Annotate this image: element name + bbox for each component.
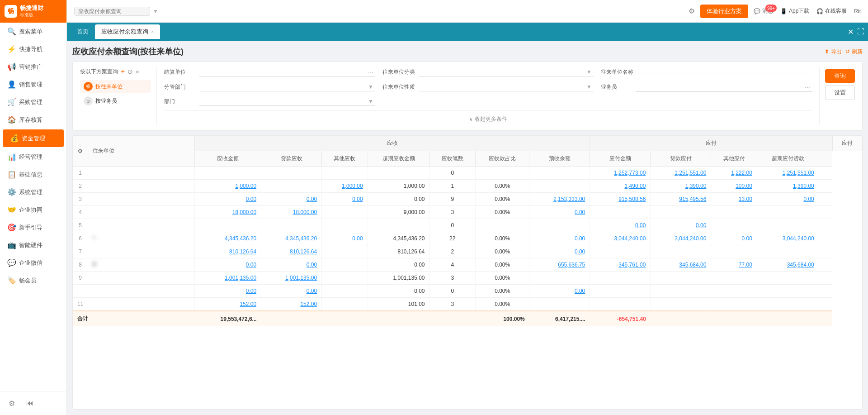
row-ap-amount[interactable]: 915,508.56 [590,193,651,206]
row-ap-overdue[interactable] [757,206,819,219]
row-ap-amount[interactable] [590,206,651,219]
row-ap-amount[interactable] [590,272,651,285]
sidebar-item-quick[interactable]: ⚡ 快捷导航 [0,40,66,58]
unit-category-input[interactable]: ▼ [419,68,594,76]
row-ar-other[interactable] [322,167,368,180]
row-ap-loan[interactable] [651,206,711,219]
row-ar-other[interactable] [322,298,368,311]
row-ar-prepaid[interactable]: 0.00 [529,232,590,245]
row-ap-other[interactable] [711,219,757,232]
row-ar-amount[interactable]: 0.00 [194,258,261,272]
row-ap-loan[interactable]: 915,495.56 [651,193,711,206]
tab-ar-ap[interactable]: 应收应付余额查询 × [95,24,160,39]
row-ar-amount[interactable]: 0.00 [194,193,261,206]
row-ap-other[interactable]: 13.00 [711,193,757,206]
row-ar-other[interactable] [322,258,368,272]
row-ap-amount[interactable]: 0.00 [590,219,651,232]
row-ar-prepaid[interactable]: 0.00 [529,285,590,298]
sidebar-item-sales[interactable]: 👤 销售管理 [0,76,66,93]
row-ap-amount[interactable]: 345,761.00 [590,258,651,272]
sidebar-item-management[interactable]: 📊 经营管理 [0,148,66,166]
row-ap-loan[interactable]: 3,044,240.00 [651,232,711,245]
total-ar-prepaid[interactable]: 6,417,215.... [529,311,590,326]
unit-nature-input[interactable]: ▼ [419,83,594,91]
salesman-input[interactable]: ··· [636,82,812,92]
query-button[interactable]: 查询 [825,69,855,83]
row-ap-loan[interactable] [651,298,711,311]
export-button[interactable]: ⬆ 导出 [825,48,842,56]
row-ap-loan[interactable] [651,245,711,258]
sidebar-item-guide[interactable]: 🎯 新手引导 [0,219,66,236]
tab-close-window-icon[interactable]: ✕ [848,28,854,36]
row-ar-prepaid[interactable]: 2,153,333.00 [529,193,590,206]
sidebar-item-inventory[interactable]: 🏠 库存核算 [0,111,66,129]
row-ap-overdue[interactable] [757,272,819,285]
row-ar-loan[interactable]: 152.00 [261,298,322,311]
settings-col-header[interactable]: ⚙ [73,136,88,167]
row-ap-amount[interactable] [590,285,651,298]
sidebar-item-member[interactable]: 🏷️ 畅会员 [0,272,66,289]
row-ar-prepaid[interactable] [529,180,590,193]
breadcrumb-input[interactable] [74,7,150,16]
promo-button[interactable]: 体验行业方案 [700,5,748,18]
row-ap-loan[interactable]: 1,390.00 [651,180,711,193]
sidebar-item-marketing[interactable]: 📢 营销推广 [0,58,66,76]
row-ap-amount[interactable]: 3,044,240.00 [590,232,651,245]
row-ar-loan[interactable]: 18,000.00 [261,206,322,219]
dept-input[interactable]: ▼ [199,97,375,106]
refresh-button[interactable]: ↺ 刷新 [845,48,863,56]
row-ar-prepaid[interactable] [529,272,590,285]
row-ap-overdue[interactable]: 0.00 [757,193,819,206]
row-ap-overdue[interactable]: 1,390.00 [757,180,819,193]
row-ap-other[interactable] [711,285,757,298]
row-ap-overdue[interactable] [757,219,819,232]
row-ar-prepaid[interactable] [529,219,590,232]
row-ar-other[interactable]: 0.00 [322,193,368,206]
row-ar-other[interactable] [322,245,368,258]
row-ap-other[interactable]: 77.00 [711,258,757,272]
row-ap-amount[interactable]: 1,490.00 [590,180,651,193]
add-filter-button[interactable]: + [121,67,125,76]
row-ap-loan[interactable]: 1,251,551.00 [651,167,711,180]
row-ap-overdue[interactable]: 3,044,240.00 [757,232,819,245]
settlement-unit-input[interactable]: ··· [199,67,375,77]
row-ar-loan[interactable]: 0.00 [261,258,322,272]
row-ar-prepaid[interactable] [529,167,590,180]
row-ar-prepaid[interactable]: 655,636.75 [529,258,590,272]
row-ar-loan[interactable] [261,167,322,180]
tab-close-icon[interactable]: × [151,29,154,34]
sidebar-item-system[interactable]: ⚙️ 系统管理 [0,183,66,201]
row-ap-loan[interactable]: 345,684.00 [651,258,711,272]
sidebar-item-basic[interactable]: 📋 基础信息 [0,166,66,183]
sidebar-item-corp[interactable]: 🤝 企业协同 [0,201,66,219]
row-ar-loan[interactable] [261,219,322,232]
unit-name-input[interactable] [637,71,812,73]
row-ar-amount[interactable] [194,219,261,232]
row-ap-amount[interactable]: 1,252,773.00 [590,167,651,180]
row-ap-other[interactable] [711,245,757,258]
row-ap-overdue[interactable] [757,245,819,258]
total-ar-amount[interactable]: 19,553,472,6... [194,311,261,326]
row-ar-loan[interactable] [261,180,322,193]
row-ar-amount[interactable]: 4,345,436.20 [194,232,261,245]
dept-manage-input[interactable]: ▼ [199,83,375,91]
collapse-button[interactable]: ∧ 收起更多条件 [164,114,812,125]
row-ar-amount[interactable]: 1,001,135.00 [194,272,261,285]
row-ap-amount[interactable] [590,298,651,311]
row-ar-other[interactable]: 1,000.00 [322,180,368,193]
row-ar-other[interactable]: 0.00 [322,232,368,245]
row-ar-amount[interactable]: 0.00 [194,285,261,298]
row-ap-other[interactable]: 1,222.00 [711,167,757,180]
row-ap-other[interactable] [711,272,757,285]
row-ar-loan[interactable]: 0.00 [261,193,322,206]
row-ap-loan[interactable] [651,285,711,298]
sidebar-settings-button[interactable]: ⚙ [5,396,19,410]
row-ar-other[interactable] [322,206,368,219]
sidebar-item-finance[interactable]: 💰 资金管理 [3,129,64,147]
row-ap-other[interactable] [711,206,757,219]
row-ap-other[interactable] [711,298,757,311]
row-ap-loan[interactable]: 0.00 [651,219,711,232]
row-ar-other[interactable] [322,272,368,285]
row-ar-loan[interactable]: 1,001,135.00 [261,272,322,285]
row-ar-loan[interactable]: 810,126.64 [261,245,322,258]
